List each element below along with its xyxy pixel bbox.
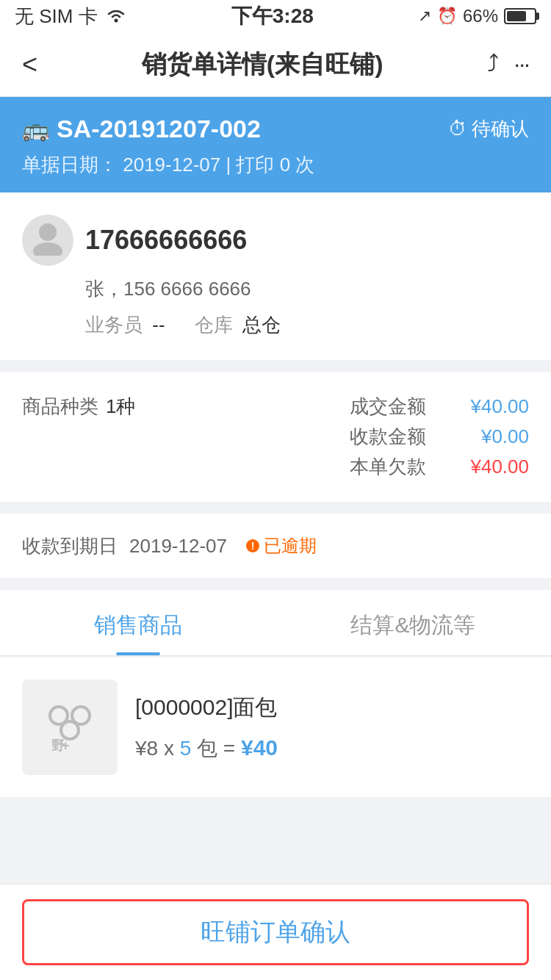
alarm-icon: ⏰ <box>437 7 457 26</box>
confirm-order-button[interactable]: 旺铺订单确认 <box>22 899 529 965</box>
product-type: 商品种类 1种 <box>22 394 135 419</box>
system-icons: ↗ ⏰ 66% <box>418 6 536 26</box>
sales-person-value: -- <box>152 314 165 336</box>
product-quantity: 5 <box>180 737 192 760</box>
customer-card: 17666666666 张，156 6666 6666 业务员 -- 仓库 总仓 <box>0 192 551 360</box>
due-date-value: 2019-12-07 <box>129 535 227 558</box>
order-id: 🚌 SA-20191207-002 <box>22 115 261 143</box>
order-date: 单据日期： 2019-12-07 | 打印 0 次 <box>22 152 529 178</box>
bottom-bar: 旺铺订单确认 <box>0 884 551 980</box>
due-amount-value: ¥40.00 <box>441 455 529 478</box>
battery-percent: 66% <box>463 6 498 26</box>
product-thumb-logo: 野+ <box>37 690 103 765</box>
warehouse-label: 仓库 <box>195 314 233 336</box>
status-bar: 无 SIM 卡 下午3:28 ↗ ⏰ 66% <box>0 0 551 32</box>
svg-point-1 <box>39 223 57 241</box>
transaction-amount-label: 成交金额 <box>350 394 426 419</box>
time-label: 下午3:28 <box>231 2 314 30</box>
carrier-wifi: 无 SIM 卡 <box>15 4 127 29</box>
order-status: ⏱ 待确认 <box>448 116 529 142</box>
product-info: [0000002]面包 ¥8 x 5 包 = ¥40 <box>135 693 529 763</box>
svg-point-5 <box>61 721 79 739</box>
transaction-amount-value: ¥40.00 <box>441 395 529 418</box>
product-thumbnail: 野+ <box>22 680 118 775</box>
header-card: 🚌 SA-20191207-002 ⏱ 待确认 单据日期： 2019-12-07… <box>0 97 551 192</box>
overdue-dot-icon: ! <box>246 539 259 552</box>
due-date-card: 收款到期日 2019-12-07 ! 已逾期 <box>0 514 551 578</box>
nav-left: < <box>22 49 37 80</box>
svg-point-0 <box>114 18 118 22</box>
overdue-label: 已逾期 <box>264 534 317 558</box>
due-amount-row: 本单欠款 ¥40.00 <box>350 454 529 480</box>
customer-name: 张，156 6666 6666 <box>85 276 529 302</box>
amounts: 成交金额 ¥40.00 收款金额 ¥0.00 本单欠款 ¥40.00 <box>350 394 529 480</box>
page-title: 销货单详情(来自旺铺) <box>142 48 383 82</box>
tab-settlement-logistics[interactable]: 结算&物流等 <box>276 590 551 655</box>
wifi-icon <box>105 5 127 28</box>
svg-text:野+: 野+ <box>51 738 69 753</box>
product-price: ¥8 x 5 包 = ¥40 <box>135 735 529 763</box>
truck-icon: 🚌 <box>22 116 49 142</box>
summary-card: 商品种类 1种 成交金额 ¥40.00 收款金额 ¥0.00 本单欠款 ¥40.… <box>0 372 551 502</box>
sales-person-label: 业务员 <box>85 314 143 336</box>
battery-icon <box>504 8 536 24</box>
export-button[interactable]: ⤴ <box>487 51 499 78</box>
received-amount-label: 收款金额 <box>350 424 426 450</box>
product-type-value: 1种 <box>106 394 135 419</box>
nav-bar: < 销货单详情(来自旺铺) ⤴ ··· <box>0 32 551 97</box>
more-button[interactable]: ··· <box>514 51 529 78</box>
product-type-label: 商品种类 <box>22 394 98 419</box>
tab-sales-products[interactable]: 销售商品 <box>0 590 276 655</box>
customer-phone: 17666666666 <box>85 225 247 256</box>
overdue-badge: ! 已逾期 <box>239 531 324 561</box>
user-icon <box>29 219 66 262</box>
customer-meta: 业务员 -- 仓库 总仓 <box>85 312 529 338</box>
product-total: ¥40 <box>241 735 278 760</box>
warehouse-value: 总仓 <box>242 314 281 336</box>
product-item: 野+ [0000002]面包 ¥8 x 5 包 = ¥40 <box>0 657 551 797</box>
received-amount-value: ¥0.00 <box>441 425 529 448</box>
transaction-amount-row: 成交金额 ¥40.00 <box>350 394 529 419</box>
due-amount-label: 本单欠款 <box>350 454 426 480</box>
product-list: 野+ [0000002]面包 ¥8 x 5 包 = ¥40 <box>0 657 551 797</box>
carrier-label: 无 SIM 卡 <box>15 4 98 29</box>
svg-point-2 <box>33 242 62 256</box>
product-name: [0000002]面包 <box>135 693 529 723</box>
location-icon: ↗ <box>418 7 431 26</box>
clock-icon: ⏱ <box>448 118 467 140</box>
tabs-bar: 销售商品 结算&物流等 <box>0 590 551 656</box>
received-amount-row: 收款金额 ¥0.00 <box>350 424 529 450</box>
nav-right: ⤴ ··· <box>487 51 529 78</box>
avatar <box>22 215 73 266</box>
back-button[interactable]: < <box>22 49 37 80</box>
due-date-label: 收款到期日 <box>22 533 118 559</box>
